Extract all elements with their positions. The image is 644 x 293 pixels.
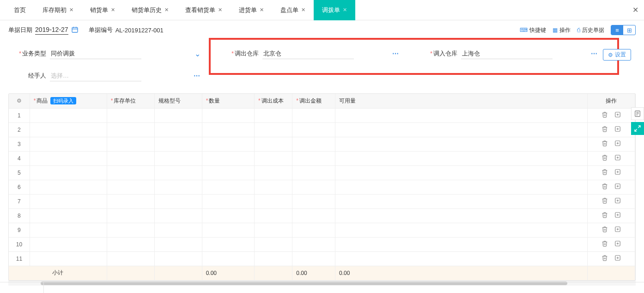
cell-product[interactable] xyxy=(30,151,107,165)
cell-spec[interactable] xyxy=(154,237,202,251)
expand-button[interactable] xyxy=(631,122,644,135)
cell-product[interactable] xyxy=(30,251,107,266)
add-row-icon[interactable] xyxy=(614,255,621,262)
gear-icon[interactable]: ⚙ xyxy=(17,98,22,104)
cell-cost[interactable] xyxy=(254,194,292,208)
cell-amount[interactable] xyxy=(292,151,335,165)
cell-spec[interactable] xyxy=(154,165,202,180)
tab-view-sales[interactable]: 查看销货单✕ xyxy=(177,0,231,20)
close-icon[interactable]: ✕ xyxy=(218,7,222,13)
cell-cost[interactable] xyxy=(254,180,292,194)
more-icon[interactable]: ⋯ xyxy=(194,72,200,79)
cell-spec[interactable] xyxy=(154,251,202,266)
delete-row-icon[interactable] xyxy=(601,154,608,162)
cell-qty[interactable] xyxy=(202,122,254,137)
tab-stocktake[interactable]: 盘点单✕ xyxy=(272,0,314,20)
close-icon[interactable]: ✕ xyxy=(111,7,115,13)
cell-cost[interactable] xyxy=(254,223,292,237)
add-row-icon[interactable] xyxy=(614,126,621,134)
delete-row-icon[interactable] xyxy=(601,183,608,191)
delete-row-icon[interactable] xyxy=(601,197,608,205)
add-row-icon[interactable] xyxy=(614,140,621,148)
cell-product[interactable] xyxy=(30,180,107,194)
close-all-icon[interactable]: ✕ xyxy=(632,6,638,14)
delete-row-icon[interactable] xyxy=(601,111,608,119)
table-row[interactable]: 3 xyxy=(9,137,635,151)
date-value[interactable]: 2019-12-27 xyxy=(35,26,68,35)
cell-cost[interactable] xyxy=(254,151,292,165)
close-icon[interactable]: ✕ xyxy=(69,7,73,13)
cell-product[interactable] xyxy=(30,223,107,237)
close-icon[interactable]: ✕ xyxy=(301,7,305,13)
view-list-button[interactable]: ≡ xyxy=(611,25,623,35)
operate-link[interactable]: ▦操作 xyxy=(553,26,571,34)
add-row-icon[interactable] xyxy=(614,226,621,234)
cell-spec[interactable] xyxy=(154,208,202,223)
cell-avail[interactable] xyxy=(335,122,588,137)
cell-avail[interactable] xyxy=(335,137,588,151)
cell-amount[interactable] xyxy=(292,108,335,122)
tab-sales-order[interactable]: 销货单✕ xyxy=(82,0,123,20)
cell-avail[interactable] xyxy=(335,194,588,208)
cell-avail[interactable] xyxy=(335,108,588,122)
cell-stock-unit[interactable] xyxy=(107,208,154,223)
chevron-down-icon[interactable]: ⌄ xyxy=(194,49,200,58)
cell-amount[interactable] xyxy=(292,237,335,251)
delete-row-icon[interactable] xyxy=(601,140,608,148)
cell-avail[interactable] xyxy=(335,237,588,251)
cell-stock-unit[interactable] xyxy=(107,122,154,137)
cell-stock-unit[interactable] xyxy=(107,237,154,251)
cell-stock-unit[interactable] xyxy=(107,180,154,194)
delete-row-icon[interactable] xyxy=(601,240,608,248)
close-icon[interactable]: ✕ xyxy=(260,7,264,13)
cell-avail[interactable] xyxy=(335,208,588,223)
calendar-icon[interactable] xyxy=(71,26,79,35)
cell-product[interactable] xyxy=(30,194,107,208)
scan-badge[interactable]: 扫码录入 xyxy=(50,97,76,104)
cell-cost[interactable] xyxy=(254,137,292,151)
table-row[interactable]: 5 xyxy=(9,165,635,180)
add-row-icon[interactable] xyxy=(614,111,621,119)
cell-avail[interactable] xyxy=(335,151,588,165)
table-row[interactable]: 10 xyxy=(9,237,635,251)
in-wh-input[interactable] xyxy=(461,48,553,59)
cell-stock-unit[interactable] xyxy=(107,223,154,237)
cell-spec[interactable] xyxy=(154,151,202,165)
cell-spec[interactable] xyxy=(154,180,202,194)
cell-avail[interactable] xyxy=(335,223,588,237)
add-row-icon[interactable] xyxy=(614,212,621,220)
settings-button[interactable]: ⚙ 设置 xyxy=(603,49,631,61)
cell-stock-unit[interactable] xyxy=(107,137,154,151)
table-row[interactable]: 9 xyxy=(9,223,635,237)
cell-qty[interactable] xyxy=(202,194,254,208)
cell-spec[interactable] xyxy=(154,108,202,122)
table-row[interactable]: 2 xyxy=(9,122,635,137)
cell-cost[interactable] xyxy=(254,237,292,251)
cell-cost[interactable] xyxy=(254,108,292,122)
cell-cost[interactable] xyxy=(254,122,292,137)
cell-amount[interactable] xyxy=(292,194,335,208)
cell-qty[interactable] xyxy=(202,251,254,266)
cell-avail[interactable] xyxy=(335,251,588,266)
handler-input[interactable] xyxy=(50,70,141,81)
cell-product[interactable] xyxy=(30,165,107,180)
cell-amount[interactable] xyxy=(292,251,335,266)
cell-avail[interactable] xyxy=(335,165,588,180)
table-row[interactable]: 4 xyxy=(9,151,635,165)
delete-row-icon[interactable] xyxy=(601,126,608,134)
table-row[interactable]: 8 xyxy=(9,208,635,223)
shortcut-link[interactable]: ⌨快捷键 xyxy=(520,26,546,34)
cell-product[interactable] xyxy=(30,208,107,223)
cell-amount[interactable] xyxy=(292,165,335,180)
cell-qty[interactable] xyxy=(202,165,254,180)
cell-amount[interactable] xyxy=(292,180,335,194)
cell-cost[interactable] xyxy=(254,165,292,180)
delete-row-icon[interactable] xyxy=(601,226,608,234)
cell-spec[interactable] xyxy=(154,194,202,208)
cell-cost[interactable] xyxy=(254,251,292,266)
close-icon[interactable]: ✕ xyxy=(343,7,347,13)
cell-stock-unit[interactable] xyxy=(107,151,154,165)
biz-type-input[interactable] xyxy=(50,48,141,59)
cell-qty[interactable] xyxy=(202,137,254,151)
table-row[interactable]: 6 xyxy=(9,180,635,194)
